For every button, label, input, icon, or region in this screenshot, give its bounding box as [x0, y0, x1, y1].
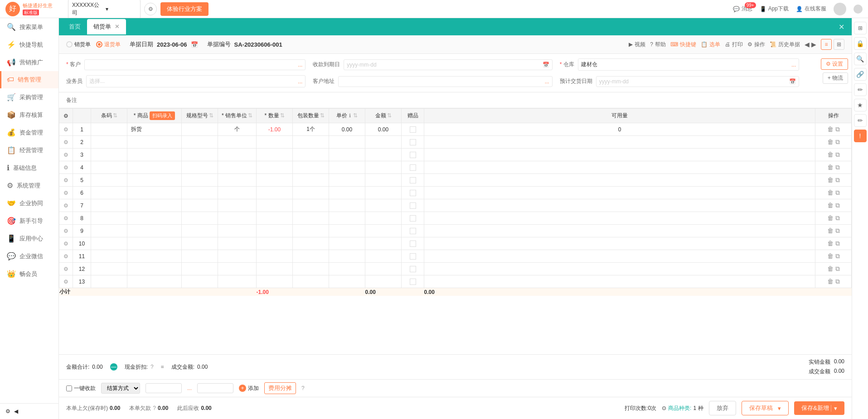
row-amount[interactable]: [365, 187, 402, 199]
row-product[interactable]: [127, 187, 182, 199]
discount-help-icon[interactable]: ?: [150, 364, 154, 370]
toolbar-video[interactable]: ▶视频: [629, 41, 645, 48]
row-amount[interactable]: [365, 212, 402, 225]
right-panel-edit-icon[interactable]: ✏: [854, 83, 867, 96]
sidebar-item-guide[interactable]: 🎯 新手引导: [0, 212, 58, 230]
row-spec[interactable]: [182, 212, 218, 225]
row-gift[interactable]: [402, 212, 424, 225]
row-delete-icon[interactable]: 🗑: [827, 138, 834, 146]
row-product[interactable]: [127, 199, 182, 212]
row-qty[interactable]: [257, 225, 293, 237]
row-delete-icon[interactable]: 🗑: [827, 227, 834, 235]
trial-button[interactable]: 体验行业方案: [160, 2, 209, 16]
sidebar-item-sales[interactable]: 🏷 销售管理: [0, 71, 58, 88]
row-gift[interactable]: [402, 123, 424, 136]
row-price[interactable]: 0.00: [329, 123, 365, 136]
row-spec[interactable]: [182, 174, 218, 187]
row-barcode[interactable]: [91, 199, 127, 212]
scan-button[interactable]: 扫码录入: [150, 111, 175, 120]
overdue-help-icon[interactable]: ?: [153, 405, 156, 411]
app-download-button[interactable]: 📱 App下载: [760, 5, 789, 13]
row-gift[interactable]: [402, 199, 424, 212]
sidebar-settings-icon[interactable]: ⚙: [5, 408, 10, 414]
row-unit[interactable]: [218, 237, 257, 250]
row-qty[interactable]: [257, 237, 293, 250]
next-arrow[interactable]: ▶: [811, 41, 816, 48]
right-panel-pencil-icon[interactable]: ✏: [854, 114, 867, 127]
avatar-extra[interactable]: [853, 5, 863, 14]
row-barcode[interactable]: [91, 161, 127, 174]
row-barcode[interactable]: [91, 237, 127, 250]
warehouse-dots-button[interactable]: ...: [791, 62, 796, 68]
row-unit[interactable]: [218, 250, 257, 263]
row-product[interactable]: [127, 263, 182, 275]
right-panel-alert-icon[interactable]: !: [854, 130, 867, 142]
row-product[interactable]: [127, 212, 182, 225]
row-gift[interactable]: [402, 187, 424, 199]
row-barcode[interactable]: [91, 174, 127, 187]
row-qty[interactable]: [257, 275, 293, 288]
sidebar-item-operations[interactable]: 📋 经营管理: [0, 141, 58, 159]
sidebar-item-finance[interactable]: 💰 资金管理: [0, 124, 58, 141]
row-settings[interactable]: ⚙: [59, 263, 73, 275]
sidebar-item-appstore[interactable]: 📱 应用中心: [0, 230, 58, 247]
online-service-button[interactable]: 👤 在线客服: [796, 5, 826, 13]
logistics-button[interactable]: + 物流: [823, 72, 848, 84]
row-price[interactable]: [329, 263, 365, 275]
one-click-checkbox[interactable]: [66, 385, 72, 391]
row-pkg-qty[interactable]: [293, 187, 329, 199]
row-barcode[interactable]: [91, 212, 127, 225]
row-price[interactable]: [329, 149, 365, 161]
row-qty[interactable]: [257, 161, 293, 174]
row-copy-icon[interactable]: ⧉: [835, 176, 840, 184]
sidebar-item-purchase[interactable]: 🛒 采购管理: [0, 88, 58, 106]
row-delete-icon[interactable]: 🗑: [827, 240, 834, 247]
prev-arrow[interactable]: ◀: [805, 41, 810, 48]
row-pkg-qty[interactable]: [293, 237, 329, 250]
right-panel-lock-icon[interactable]: 🔒: [854, 37, 867, 50]
row-copy-icon[interactable]: ⧉: [835, 138, 840, 146]
row-unit[interactable]: [218, 149, 257, 161]
row-price[interactable]: [329, 212, 365, 225]
save-new-chevron-icon[interactable]: ▾: [831, 405, 837, 412]
row-spec[interactable]: [182, 136, 218, 149]
warehouse-input-box[interactable]: 建材仓 ...: [578, 58, 799, 71]
row-settings[interactable]: ⚙: [59, 199, 73, 212]
right-panel-grid-icon[interactable]: ⊞: [854, 22, 867, 34]
row-product[interactable]: [127, 161, 182, 174]
toolbar-help[interactable]: ?帮助: [650, 41, 666, 48]
row-gift[interactable]: [402, 250, 424, 263]
row-amount[interactable]: [365, 199, 402, 212]
row-price[interactable]: [329, 275, 365, 288]
row-amount[interactable]: [365, 149, 402, 161]
row-price[interactable]: [329, 237, 365, 250]
row-product[interactable]: [127, 275, 182, 288]
row-unit[interactable]: [218, 161, 257, 174]
row-pkg-qty[interactable]: [293, 263, 329, 275]
row-qty[interactable]: [257, 263, 293, 275]
message-button[interactable]: 💬 消息 99+: [733, 5, 752, 13]
row-pkg-qty[interactable]: 1个: [293, 123, 329, 136]
expected-date-calendar-icon[interactable]: 📅: [789, 78, 796, 85]
row-copy-icon[interactable]: ⧉: [835, 240, 840, 247]
help-icon[interactable]: ?: [301, 385, 305, 391]
row-copy-icon[interactable]: ⧉: [835, 214, 840, 222]
toolbar-select[interactable]: 📋选单: [701, 41, 720, 48]
one-click-payment[interactable]: 一键收款: [66, 385, 96, 392]
row-price[interactable]: [329, 174, 365, 187]
customer-input-box[interactable]: ...: [84, 59, 305, 70]
row-qty[interactable]: [257, 174, 293, 187]
right-panel-search-icon[interactable]: 🔍: [854, 53, 867, 65]
abandon-button[interactable]: 放弃: [709, 401, 736, 415]
row-unit[interactable]: [218, 187, 257, 199]
settings-button[interactable]: ⚙: [144, 3, 157, 15]
row-unit[interactable]: [218, 263, 257, 275]
row-barcode[interactable]: [91, 263, 127, 275]
row-product[interactable]: [127, 149, 182, 161]
row-amount[interactable]: [365, 225, 402, 237]
sidebar-item-system[interactable]: ⚙ 系统管理: [0, 177, 58, 194]
row-product[interactable]: [127, 225, 182, 237]
row-spec[interactable]: [182, 187, 218, 199]
row-qty[interactable]: [257, 199, 293, 212]
setup-button[interactable]: ⚙ 设置: [821, 58, 848, 70]
